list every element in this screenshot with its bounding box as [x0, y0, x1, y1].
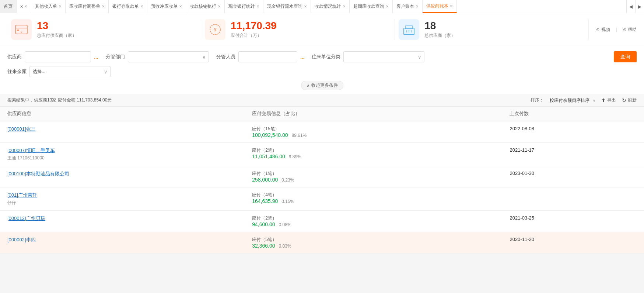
- collapse-button[interactable]: ∧ 收起更多条件: [301, 81, 343, 90]
- supplier-cell: [000007]恒旺二手叉车王通 17106110000: [0, 143, 245, 166]
- close-icon[interactable]: ✕: [450, 4, 453, 8]
- results-actions: 排序： 按应付余额倒序排序 ∨ ⬆ 导出 ↻ 刷新: [531, 97, 637, 103]
- nav-tab-home[interactable]: 首页: [0, 0, 17, 13]
- category-filter: 往来单位分类 ∨: [312, 51, 424, 62]
- nav-tab-receipt-stat[interactable]: 收款情况统计 ✕: [311, 0, 350, 13]
- tx-label: 应付: [252, 192, 261, 197]
- nav-tab-receipt-verify[interactable]: 收款核销执行 ✕: [186, 0, 225, 13]
- help-link[interactable]: ⊙ 帮助: [623, 27, 637, 33]
- person-label: 分管人员: [216, 54, 235, 60]
- amount-value: 32,366.00: [252, 243, 275, 249]
- summary-actions: ⊙ 视频 | ⊙ 帮助: [589, 27, 637, 33]
- amount-pct: 89.61%: [292, 133, 307, 138]
- payable-suppliers-number: 13: [37, 20, 77, 32]
- nav-tab-cash-bank-flow[interactable]: 现金银行流水查询 ✕: [263, 0, 311, 13]
- tx-count: （1笔）: [261, 171, 277, 176]
- person-input[interactable]: [238, 51, 297, 62]
- nav-prev-button[interactable]: ◀: [626, 0, 635, 13]
- tx-count: （5笔）: [261, 237, 277, 242]
- supplier-link[interactable]: [000012]广州贝瑞: [7, 216, 45, 221]
- supplier-input[interactable]: [25, 51, 91, 62]
- summary-bar: ¥ 13 总应付供应商（家） ¥ 11,170.39 应付合计（万）: [0, 13, 644, 46]
- close-icon[interactable]: ✕: [179, 4, 182, 8]
- nav-tab-prepay-ar[interactable]: 预收冲应收单 ✕: [147, 0, 186, 13]
- balance-label: 往来余额: [7, 68, 27, 75]
- nav-tab-overdue-ar[interactable]: 超期应收款查询 ✕: [350, 0, 393, 13]
- total-suppliers-label: 总供应商（家）: [424, 32, 455, 39]
- close-icon[interactable]: ✕: [102, 4, 105, 8]
- export-button[interactable]: ⬆ 导出: [601, 97, 616, 103]
- close-icon[interactable]: ✕: [59, 4, 62, 8]
- dept-filter: 分管部门 ∨: [106, 51, 209, 62]
- nav-tab-customer-book[interactable]: 客户账本 ✕: [393, 0, 423, 13]
- tx-cell: 应付（4笔）164,635.900.15%: [245, 187, 502, 211]
- close-icon[interactable]: ✕: [416, 4, 419, 8]
- table-row: [000002]李四应付（5笔）32,366.000.03%2020-11-20: [0, 232, 644, 254]
- supplier-sub-info: 王通 17106110000: [7, 155, 237, 161]
- results-summary-text: 搜索结果中，供应商13家 应付金额 111,703,854.00元: [7, 97, 112, 103]
- category-select[interactable]: [343, 51, 424, 62]
- supplier-link[interactable]: [000002]李四: [7, 237, 36, 242]
- payable-amount-icon: ¥: [205, 19, 225, 40]
- close-icon[interactable]: ✕: [140, 4, 143, 8]
- close-icon[interactable]: ✕: [386, 4, 389, 8]
- supplier-dots-button[interactable]: ...: [94, 54, 98, 60]
- total-suppliers-icon: [399, 19, 419, 40]
- table-row: [001]广州荣轩仔仔应付（4笔）164,635.900.15%: [0, 187, 644, 211]
- close-icon[interactable]: ✕: [256, 4, 259, 8]
- tx-label: 应付: [252, 237, 261, 242]
- circle-play-icon: ⊙: [596, 27, 600, 32]
- tx-label: 应付: [252, 171, 261, 176]
- supplier-link[interactable]: [000001]张三: [7, 126, 36, 132]
- svg-text:¥: ¥: [214, 27, 217, 32]
- tx-cell: 应付（2笔）94,600.000.08%: [245, 211, 502, 232]
- balance-select-wrapper: 选择... ∨: [29, 66, 111, 77]
- close-icon[interactable]: ✕: [304, 4, 307, 8]
- nav-tab-3[interactable]: 3 ✕: [17, 0, 31, 13]
- table-body: [000001]张三应付（15笔）100,092,540.0089.61%202…: [0, 121, 644, 254]
- nav-next-button[interactable]: ▶: [635, 0, 644, 13]
- nav-tab-other-income[interactable]: 其他收入单 ✕: [31, 0, 66, 13]
- export-icon: ⬆: [601, 97, 606, 103]
- sort-select[interactable]: 按应付余额倒序排序: [550, 98, 595, 103]
- nav-tab-supplier-book[interactable]: 供应商账本 ✕: [423, 0, 457, 13]
- balance-select[interactable]: 选择...: [29, 66, 111, 77]
- payable-amount-number: 11,170.39: [231, 20, 277, 32]
- last-payment-cell: 2022-08-08: [502, 121, 644, 143]
- dept-select[interactable]: [128, 51, 209, 62]
- amount-pct: 0.15%: [281, 199, 294, 204]
- nav-scroll-arrows: ◀ ▶: [626, 0, 644, 13]
- tx-count: （2笔）: [261, 148, 277, 153]
- person-dots-button[interactable]: ...: [300, 54, 305, 60]
- query-button[interactable]: 查询: [614, 51, 637, 62]
- amount-pct: 0.23%: [281, 177, 294, 183]
- amount-pct: 0.03%: [279, 244, 291, 249]
- tx-cell: 应付（5笔）32,366.000.03%: [245, 232, 502, 254]
- collapse-row: ∧ 收起更多条件: [7, 81, 637, 90]
- last-payment-cell: 2021-03-25: [502, 211, 644, 232]
- tx-cell: 应付（15笔）100,092,540.0089.61%: [245, 121, 502, 143]
- refresh-button[interactable]: ↻ 刷新: [622, 97, 637, 103]
- table-row: [000100]本特勤油品有限公司应付（1笔）258,000.000.23%20…: [0, 166, 644, 187]
- close-icon[interactable]: ✕: [24, 4, 27, 8]
- nav-tab-bank-deposit[interactable]: 银行存取款单 ✕: [109, 0, 147, 13]
- amount-value: 164,635.90: [252, 198, 278, 204]
- top-navigation: 首页 3 ✕ 其他收入单 ✕ 应收应付调整单 ✕ 银行存取款单 ✕ 预收冲应收单…: [0, 0, 644, 13]
- supplier-cell: [000100]本特勤油品有限公司: [0, 166, 245, 187]
- dept-label: 分管部门: [106, 54, 125, 60]
- amount-value: 100,092,540.00: [252, 132, 288, 138]
- video-link[interactable]: ⊙ 视频: [596, 27, 610, 33]
- payable-amount-card: ¥ 11,170.39 应付合计（万）: [201, 19, 395, 40]
- supplier-table: 供应商信息 应付交易信息（占比） 上次付数 [000001]张三应付（15笔）1…: [0, 107, 644, 254]
- close-icon[interactable]: ✕: [343, 4, 346, 8]
- supplier-link[interactable]: [000100]本特勤油品有限公司: [7, 171, 69, 176]
- close-icon[interactable]: ✕: [218, 4, 221, 8]
- supplier-link[interactable]: [000007]恒旺二手叉车: [7, 148, 55, 153]
- supplier-link[interactable]: [001]广州荣轩: [7, 192, 37, 198]
- nav-tab-cash-bank-stat[interactable]: 现金银行统计 ✕: [225, 0, 263, 13]
- filter-area: 供应商 ... 分管部门 ∨ 分管人员 ... 往来单位分类: [0, 46, 644, 94]
- supplier-cell: [000012]广州贝瑞: [0, 211, 245, 232]
- filter-row-2: 往来余额 选择... ∨: [7, 66, 637, 77]
- nav-tab-ar-ap-adjust[interactable]: 应收应付调整单 ✕: [66, 0, 109, 13]
- supplier-sub-info: 仔仔: [7, 200, 237, 206]
